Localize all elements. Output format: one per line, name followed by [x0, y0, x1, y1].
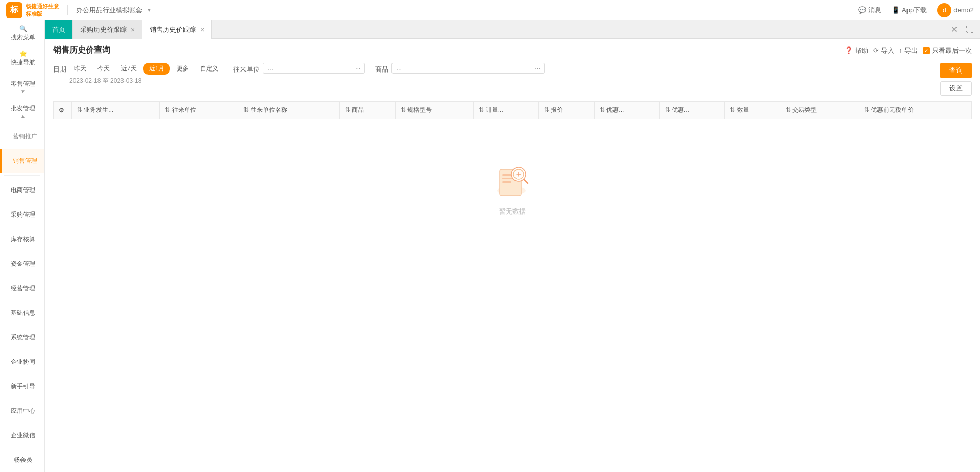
sidebar-item-purchase[interactable]: 采购管理: [0, 202, 44, 227]
only-last-checkbox[interactable]: ✓ 只看最后一次: [923, 46, 972, 55]
sidebar-item-search[interactable]: 🔍 搜索菜单: [0, 20, 44, 45]
goods-filter-label: 商品: [375, 63, 388, 74]
col-quantity[interactable]: ⇅ 数量: [725, 102, 780, 119]
col-unit[interactable]: ⇅ 计量...: [474, 102, 539, 119]
search-icon: 🔍: [19, 25, 27, 33]
tab-sales-history-close[interactable]: ×: [200, 26, 204, 34]
date-btn-yesterday[interactable]: 昨天: [69, 63, 91, 75]
sidebar-item-marketing[interactable]: 营销推广: [0, 124, 44, 149]
tab-fullscreen-button[interactable]: ⛶: [964, 23, 976, 36]
tab-purchase-history[interactable]: 采购历史价跟踪 ×: [73, 20, 142, 39]
sidebar-item-operations[interactable]: 经营管理: [0, 276, 44, 300]
date-filter: 日期 昨天 今天 近7天 近1月 更多 自定义 2023-02-18 至 202…: [53, 63, 223, 85]
checkbox-checked-icon: ✓: [923, 47, 930, 54]
user-menu-button[interactable]: d demo2: [937, 3, 974, 17]
sidebar-label-operations: 经营管理: [11, 284, 35, 293]
sidebar-item-finance[interactable]: 资金管理: [0, 251, 44, 276]
date-btn-custom[interactable]: 自定义: [195, 63, 223, 75]
page-title: 销售历史价查询: [53, 45, 110, 56]
import-button[interactable]: ⟳ 导入: [873, 46, 894, 55]
col-biz-date-label: ⇅ 业务发生...: [77, 106, 113, 113]
sidebar-item-enterprise[interactable]: 企业协同: [0, 349, 44, 374]
tab-sales-history-label: 销售历史价跟踪: [150, 25, 196, 34]
help-label: 帮助: [855, 46, 868, 55]
sidebar-item-enterprise-wechat[interactable]: 企业微信: [0, 423, 44, 447]
col-pre-tax-price-label: ⇅ 优惠前无税单价: [864, 106, 914, 113]
sidebar-label-inventory: 库存核算: [11, 235, 35, 244]
tab-home[interactable]: 首页: [45, 20, 73, 39]
col-spec-label: ⇅ 规格型号: [401, 106, 432, 113]
sidebar-label-ecommerce: 电商管理: [11, 186, 35, 195]
empty-text: 暂无数据: [499, 207, 526, 216]
col-gear[interactable]: ⚙: [54, 102, 72, 119]
title-dropdown-icon[interactable]: ▼: [146, 7, 152, 13]
sidebar-item-quick-nav[interactable]: ⭐ 快捷导航: [0, 45, 44, 70]
partner-filter-label: 往来单位: [233, 63, 260, 74]
setting-button[interactable]: 设置: [940, 81, 972, 96]
col-spec[interactable]: ⇅ 规格型号: [395, 102, 474, 119]
svg-rect-4: [502, 181, 511, 183]
date-btn-today[interactable]: 今天: [93, 63, 114, 75]
col-biz-date[interactable]: ⇅ 业务发生...: [72, 102, 160, 119]
date-options-group: 昨天 今天 近7天 近1月 更多 自定义 2023-02-18 至 2023-0…: [69, 63, 223, 85]
col-goods[interactable]: ⇅ 商品: [339, 102, 395, 119]
sidebar-divider-2: [4, 175, 40, 176]
help-icon: ❓: [845, 46, 853, 54]
gear-icon: ⚙: [59, 107, 64, 114]
empty-icon: [492, 160, 533, 201]
sidebar-item-basic-info[interactable]: 基础信息: [0, 300, 44, 325]
sidebar-item-ecommerce[interactable]: 电商管理: [0, 178, 44, 202]
import-label: 导入: [881, 46, 894, 55]
col-discount1[interactable]: ⇅ 优惠...: [594, 102, 659, 119]
tab-sales-history[interactable]: 销售历史价跟踪 ×: [142, 20, 212, 39]
help-button[interactable]: ❓ 帮助: [845, 46, 868, 55]
top-bar-left: 标 畅捷通好生意标准版 办公用品行业模拟账套 ▼: [6, 2, 152, 18]
sidebar-item-guide[interactable]: 新手引导: [0, 374, 44, 398]
app-download-label: App下载: [902, 6, 927, 15]
date-buttons-row: 昨天 今天 近7天 近1月 更多 自定义: [69, 63, 223, 75]
sidebar-label-basic-info: 基础信息: [11, 309, 35, 317]
page-content: 销售历史价查询 ❓ 帮助 ⟳ 导入 ↑ 导出 ✓: [45, 39, 980, 472]
content-area: 首页 采购历史价跟踪 × 销售历史价跟踪 × ✕ ⛶ 销售历史价查询: [45, 20, 980, 472]
partner-more-icon[interactable]: ···: [355, 65, 360, 72]
sidebar-label-finance: 资金管理: [11, 259, 35, 268]
tab-close-all-button[interactable]: ✕: [949, 22, 960, 36]
col-pre-tax-price[interactable]: ⇅ 优惠前无税单价: [859, 102, 971, 119]
col-partner-name[interactable]: ⇅ 往来单位名称: [238, 102, 340, 119]
sidebar-label-member: 畅会员: [14, 456, 32, 464]
col-partner-name-label: ⇅ 往来单位名称: [243, 106, 287, 113]
date-btn-more[interactable]: 更多: [172, 63, 193, 75]
table-header: ⚙ ⇅ 业务发生... ⇅ 往来单位 ⇅ 往来单位名称: [54, 102, 972, 119]
col-goods-label: ⇅ 商品: [345, 106, 364, 113]
page-header-actions: ❓ 帮助 ⟳ 导入 ↑ 导出 ✓ 只看最后一次: [845, 46, 972, 55]
partner-input[interactable]: [267, 64, 355, 72]
col-discount2[interactable]: ⇅ 优惠...: [659, 102, 725, 119]
date-btn-7days[interactable]: 近7天: [116, 63, 141, 75]
logo-icon: 标: [6, 2, 22, 18]
date-btn-1month[interactable]: 近1月: [143, 63, 170, 75]
sidebar-label-sales-mgmt: 销售管理: [13, 157, 37, 166]
top-bar: 标 畅捷通好生意标准版 办公用品行业模拟账套 ▼ 💬 消息 📱 App下载 d …: [0, 0, 980, 20]
goods-input[interactable]: [396, 64, 535, 72]
goods-input-wrapper: ···: [391, 63, 545, 74]
sidebar-item-member[interactable]: 畅会员: [0, 447, 44, 472]
export-button[interactable]: ↑ 导出: [899, 46, 918, 55]
sidebar-item-app-center[interactable]: 应用中心: [0, 398, 44, 423]
query-button[interactable]: 查询: [940, 63, 972, 78]
tab-purchase-history-close[interactable]: ×: [131, 26, 135, 34]
sidebar-item-wholesale[interactable]: 批发管理 ▲: [0, 100, 44, 124]
message-button[interactable]: 💬 消息: [858, 6, 881, 15]
app-download-button[interactable]: 📱 App下载: [892, 6, 927, 15]
sidebar-item-inventory[interactable]: 库存核算: [0, 227, 44, 251]
col-partner-code[interactable]: ⇅ 往来单位: [160, 102, 238, 119]
sidebar-item-system[interactable]: 系统管理: [0, 325, 44, 349]
goods-more-icon[interactable]: ···: [535, 65, 540, 72]
col-quote[interactable]: ⇅ 报价: [539, 102, 595, 119]
col-trade-type[interactable]: ⇅ 交易类型: [780, 102, 859, 119]
only-last-label: 只看最后一次: [932, 46, 972, 55]
sidebar-item-retail[interactable]: 零售管理 ▼: [0, 75, 44, 100]
sidebar-label-search: 搜索菜单: [11, 33, 35, 42]
sidebar-label-marketing: 营销推广: [13, 132, 37, 141]
svg-line-7: [524, 179, 528, 183]
sidebar-item-sales-mgmt[interactable]: 销售管理: [0, 149, 44, 173]
